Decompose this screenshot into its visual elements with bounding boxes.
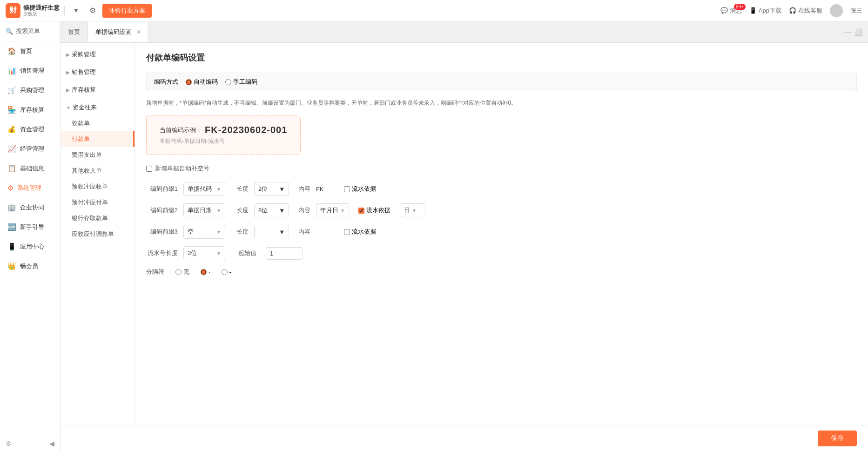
encoding-radio-group: 自动编码 手工编码	[186, 78, 257, 86]
sidebar-item-basic[interactable]: 📋 基础信息	[0, 159, 60, 178]
serial-length-select[interactable]: 3位 ▼	[183, 246, 225, 260]
length3-arrow-icon: ▼	[279, 229, 285, 236]
content2-select[interactable]: 年月日 ▼	[316, 203, 349, 217]
top-header: 财 畅捷通好生意 旗舰版 ▼ ⚙ 体验行业方案 💬 消息 99+ 📱 App下载…	[0, 0, 868, 21]
sidebar-item-system[interactable]: ⚙ 系统管理	[0, 178, 60, 198]
sidebar-item-operation-label: 经营管理	[20, 145, 44, 153]
sub-menu-header-funds[interactable]: ▼ 资金往来	[61, 100, 135, 115]
sidebar-collapse-btn[interactable]: ◀	[49, 440, 54, 447]
system-icon: ⚙	[7, 184, 13, 192]
length3-select[interactable]: ▼	[254, 226, 289, 238]
sub-menu-inventory-label: 库存核算	[72, 86, 96, 94]
serial2-checkbox[interactable]	[358, 208, 364, 214]
serial3-label: 流水依据	[352, 228, 376, 236]
arrow-sales: ▶	[66, 70, 70, 75]
content1-label: 内容	[298, 185, 310, 193]
sidebar-item-finance[interactable]: 💰 资金管理	[0, 120, 60, 139]
sub-menu-sales-label: 销售管理	[72, 68, 96, 76]
auto-code-radio[interactable]	[186, 79, 192, 85]
manual-code-radio[interactable]	[225, 79, 231, 85]
auto-code-radio-label[interactable]: 自动编码	[186, 78, 218, 86]
sidebar-item-inventory[interactable]: 🏪 库存核算	[0, 100, 60, 120]
prefix3-arrow-icon: ▼	[216, 229, 221, 235]
sub-menu-item-expense[interactable]: 费用支出单	[61, 147, 135, 163]
sidebar-item-sales[interactable]: 📊 销售管理	[0, 61, 60, 81]
tab-home[interactable]: 首页	[61, 21, 88, 42]
prefix1-select[interactable]: 单据代码 ▼	[183, 182, 225, 196]
prefix3-select[interactable]: 空 ▼	[183, 225, 225, 239]
save-button[interactable]: 保存	[818, 431, 857, 446]
serial1-checkbox[interactable]	[344, 186, 350, 192]
manual-code-label: 手工编码	[233, 78, 257, 86]
logo-sub: 旗舰版	[23, 11, 60, 17]
length2-select[interactable]: 8位 ▼	[254, 203, 289, 217]
sep-none-radio[interactable]	[175, 269, 182, 275]
content-area: 首页 单据编码设置 ✕ — ⬜ ▶ 采购管理	[61, 21, 868, 451]
start-value-input[interactable]	[266, 247, 303, 260]
sub-menu-item-other-income[interactable]: 其他收入单	[61, 163, 135, 179]
sidebar-item-basic-label: 基础信息	[20, 164, 44, 173]
sidebar-item-enterprise[interactable]: 🏢 企业协同	[0, 198, 60, 217]
sep-none-label[interactable]: 无	[175, 268, 189, 276]
content2-label: 内容	[298, 206, 310, 215]
sidebar-item-operation[interactable]: 📈 经营管理	[0, 139, 60, 159]
message-btn[interactable]: 💬 消息 99+	[720, 7, 742, 15]
auto-fill-checkbox[interactable]	[146, 166, 152, 172]
sidebar-item-member-label: 畅会员	[20, 262, 38, 270]
sidebar-footer: ⚙ ◀	[0, 436, 60, 451]
tab-maximize-btn[interactable]: ⬜	[855, 28, 862, 36]
prefix2-select[interactable]: 单据日期 ▼	[183, 203, 225, 217]
tab-close-btn[interactable]: ✕	[136, 29, 141, 35]
tab-home-label: 首页	[68, 28, 80, 36]
sidebar-item-guide[interactable]: 🆕 新手引导	[0, 217, 60, 237]
app-download-btn[interactable]: 📱 App下载	[749, 7, 781, 15]
encoding-method-bar: 编码方式 自动编码 手工编码	[146, 73, 857, 91]
sep-dot-label[interactable]: ·	[201, 269, 210, 276]
sidebar: 🔍 搜索菜单 🏠 首页 📊 销售管理 🛒 采购管理 🏪 库存核算 💰	[0, 21, 61, 451]
auto-fill-label: 新增单据自动补空号	[155, 164, 209, 173]
sidebar-item-home[interactable]: 🏠 首页	[0, 41, 60, 61]
sidebar-settings-btn[interactable]: ⚙	[6, 440, 12, 447]
prefix1-label: 编码前缀1	[146, 185, 178, 193]
day-select[interactable]: 日 ▼	[400, 203, 425, 217]
sidebar-item-system-label: 系统管理	[17, 184, 41, 192]
prefix2-value: 单据日期	[188, 206, 212, 215]
tab-minimize-btn[interactable]: —	[844, 28, 851, 36]
sub-menu-item-bank[interactable]: 银行存取款单	[61, 210, 135, 226]
manual-code-radio-label[interactable]: 手工编码	[225, 78, 257, 86]
serial3-checkbox[interactable]	[344, 229, 350, 235]
sub-menu-item-payment[interactable]: 付款单	[61, 131, 135, 147]
sidebar-item-purchase[interactable]: 🛒 采购管理	[0, 81, 60, 100]
sub-menu-item-prepay-receive[interactable]: 预收冲应收单	[61, 179, 135, 195]
serial-length-value: 3位	[188, 249, 197, 257]
sub-menu-item-adjust[interactable]: 应收应付调整单	[61, 226, 135, 242]
main-layout: 🔍 搜索菜单 🏠 首页 📊 销售管理 🛒 采购管理 🏪 库存核算 💰	[0, 21, 868, 451]
sep-dash-label[interactable]: -	[222, 269, 231, 276]
length1-select[interactable]: 2位 ▼	[254, 182, 289, 196]
search-menu-btn[interactable]: 🔍 搜索菜单	[4, 25, 56, 37]
sub-menu-item-receipt[interactable]: 收款单	[61, 115, 135, 131]
sub-menu-header-inventory[interactable]: ▶ 库存核算	[61, 82, 135, 98]
sub-menu-item-prepay-pay[interactable]: 预付冲应付单	[61, 195, 135, 210]
bottom-bar: 保存	[61, 425, 868, 451]
online-service-btn[interactable]: 🎧 在线客服	[789, 7, 822, 15]
sep-dash-radio[interactable]	[222, 269, 228, 275]
prefix1-row: 编码前缀1 单据代码 ▼ 长度 2位 ▼ 内容 FK 流水依据	[146, 182, 857, 196]
sub-menu-header-sales[interactable]: ▶ 销售管理	[61, 64, 135, 80]
logo-icon: 财	[6, 3, 20, 18]
separator-row: 分隔符 无 · -	[146, 268, 857, 276]
user-name: 张三	[850, 7, 862, 15]
sep-dot-radio[interactable]	[201, 269, 207, 275]
tab-serial-setting[interactable]: 单据编码设置 ✕	[88, 21, 149, 42]
trial-btn[interactable]: 体验行业方案	[102, 4, 152, 18]
sub-menu-header-purchase[interactable]: ▶ 采购管理	[61, 47, 135, 62]
msg-badge: 99+	[734, 4, 746, 10]
user-avatar[interactable]	[830, 4, 843, 17]
guide-icon: 🆕	[7, 223, 16, 231]
prefix2-label: 编码前缀2	[146, 206, 178, 215]
nav-dropdown-btn[interactable]: ▼	[69, 5, 83, 16]
sidebar-item-member[interactable]: 👑 畅会员	[0, 256, 60, 276]
tab-bar-actions: — ⬜	[844, 28, 868, 36]
header-settings-btn[interactable]: ⚙	[87, 4, 98, 17]
sidebar-item-appcenter[interactable]: 📱 应用中心	[0, 237, 60, 256]
